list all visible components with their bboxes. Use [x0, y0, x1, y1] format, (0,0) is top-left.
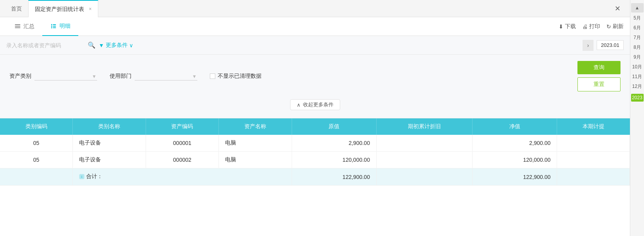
reset-button[interactable]: 重置 [577, 77, 621, 91]
filter-icon: ▼ [99, 42, 104, 48]
cell-category-name: 电子设备 [73, 135, 146, 152]
sidebar-month-item[interactable]: 8月 [631, 43, 644, 52]
svg-point-5 [51, 25, 52, 27]
th-current-period: 本期计提 [557, 118, 630, 135]
search-bar: 🔍 ▼ 更多条件 ∨ › 2023.01 [0, 36, 630, 55]
summary-label: Σ 合计： [73, 168, 292, 186]
search-icon[interactable]: 🔍 [88, 41, 96, 49]
download-icon: ⬇ [559, 23, 563, 30]
chevron-up-icon: ∧ [297, 102, 301, 108]
data-table: 类别编码 类别名称 资产编码 资产名称 原值 期初累计折旧 净值 本期计提 05… [0, 118, 630, 186]
sidebar-month-item[interactable]: 7月 [631, 33, 644, 43]
print-label: 打印 [589, 23, 600, 30]
search-input[interactable] [6, 42, 85, 48]
download-button[interactable]: ⬇ 下载 [559, 23, 576, 30]
cell-current-period [557, 135, 630, 152]
cell-asset-code: 000002 [146, 152, 219, 168]
cell-accumulated-depreciation [376, 135, 472, 152]
chevron-down-icon: ∨ [129, 42, 133, 48]
cell-net-value: 2,900.00 [473, 135, 557, 152]
department-chevron-icon: ▾ [193, 73, 196, 79]
layers-icon [14, 23, 21, 30]
more-conditions-button[interactable]: ▼ 更多条件 ∨ [99, 42, 133, 49]
cell-original-value: 120,000.00 [292, 152, 376, 168]
list-icon [50, 23, 57, 30]
summary-accumulated [376, 168, 472, 186]
table-container: 类别编码 类别名称 资产编码 资产名称 原值 期初累计折旧 净值 本期计提 05… [0, 118, 630, 236]
tab-label: 固定资产折旧统计表 [35, 0, 84, 18]
hide-cleared-label: 不显示已清理数据 [218, 73, 262, 80]
cell-asset-code: 000001 [146, 135, 219, 152]
summary-current-period [557, 168, 630, 186]
toolbar-right: ⬇ 下载 🖨 打印 ↻ 刷新 [559, 23, 624, 30]
sub-tab-bar: 汇总 明细 ⬇ 下载 🖨 打印 [0, 17, 630, 36]
cell-original-value: 2,900.00 [292, 135, 376, 152]
asset-category-chevron-icon: ▾ [93, 73, 96, 79]
print-button[interactable]: 🖨 打印 [582, 23, 600, 30]
table-row: 05 电子设备 000001 电脑 2,900.00 2,900.00 [0, 135, 630, 152]
sidebar-month-item[interactable]: 10月 [631, 62, 644, 72]
th-accumulated-depreciation: 期初累计折旧 [376, 118, 472, 135]
svg-point-7 [51, 27, 52, 28]
cell-category-name: 电子设备 [73, 152, 146, 168]
summary-row: Σ 合计： 122,900.00 122,900.00 [0, 168, 630, 186]
collapse-label: 收起更多条件 [303, 101, 334, 108]
cell-category-code: 05 [0, 135, 73, 152]
cell-category-code: 05 [0, 152, 73, 168]
svg-rect-6 [53, 26, 56, 27]
table-header-row: 类别编码 类别名称 资产编码 资产名称 原值 期初累计折旧 净值 本期计提 [0, 118, 630, 135]
home-nav[interactable]: 首页 [6, 0, 27, 17]
more-conditions-label: 更多条件 [106, 42, 128, 49]
tab-summary[interactable]: 汇总 [6, 17, 42, 36]
sidebar-month-item[interactable]: 6月 [631, 23, 644, 33]
th-category-name: 类别名称 [73, 118, 146, 135]
filter-panel: 资产类别 ▾ 使用部门 ▾ 不显示已清理数据 查询 重置 [0, 55, 630, 118]
svg-rect-8 [53, 27, 56, 28]
tab-close-icon[interactable]: × [89, 0, 92, 18]
sidebar-year-badge: 2023 [631, 94, 644, 102]
tab-detail-label: 明细 [60, 23, 70, 30]
svg-point-3 [51, 24, 52, 25]
th-original-value: 原值 [292, 118, 376, 135]
filter-action-buttons: 查询 重置 [577, 61, 621, 91]
cell-current-period [557, 152, 630, 168]
th-net-value: 净值 [473, 118, 557, 135]
panel-expand-button[interactable]: › [583, 40, 593, 51]
tab-detail[interactable]: 明细 [42, 17, 78, 36]
query-button[interactable]: 查询 [577, 61, 621, 74]
department-select[interactable]: ▾ [135, 72, 197, 80]
refresh-button[interactable]: ↻ 刷新 [606, 23, 624, 30]
asset-category-label: 资产类别 [9, 73, 31, 80]
svg-rect-2 [15, 24, 20, 25]
hide-cleared-checkbox[interactable] [210, 73, 215, 79]
date-display: 2023.01 [597, 40, 624, 50]
department-filter: 使用部门 ▾ [110, 72, 197, 80]
collapse-conditions-button[interactable]: ∧ 收起更多条件 [290, 99, 340, 110]
summary-icon-cell [0, 168, 73, 186]
active-tab[interactable]: 固定资产折旧统计表 × [28, 0, 98, 17]
refresh-icon: ↻ [606, 23, 611, 30]
th-asset-name: 资产名称 [219, 118, 292, 135]
svg-rect-0 [15, 27, 20, 28]
asset-category-select[interactable]: ▾ [34, 72, 97, 80]
cell-asset-name: 电脑 [219, 135, 292, 152]
summary-net-value: 122,900.00 [473, 168, 557, 186]
cell-accumulated-depreciation [376, 152, 472, 168]
sidebar-month-item[interactable]: 5月 [631, 13, 644, 23]
sidebar-month-item[interactable]: 12月 [631, 82, 644, 91]
cell-asset-name: 电脑 [219, 152, 292, 168]
th-asset-code: 资产编码 [146, 118, 219, 135]
table-row: 05 电子设备 000002 电脑 120,000.00 120,000.00 [0, 152, 630, 168]
hide-cleared-checkbox-item[interactable]: 不显示已清理数据 [210, 73, 262, 80]
department-label: 使用部门 [110, 73, 132, 80]
right-sidebar: ▲ 5月6月7月8月9月10月11月12月 2023 [630, 0, 644, 236]
svg-rect-4 [53, 24, 56, 25]
refresh-label: 刷新 [613, 23, 624, 30]
tab-summary-label: 汇总 [23, 23, 34, 30]
sidebar-month-item[interactable]: 11月 [631, 72, 644, 82]
window-close-button[interactable]: ✕ [612, 4, 624, 13]
sidebar-month-item[interactable]: 9月 [631, 52, 644, 62]
print-icon: 🖨 [582, 23, 588, 30]
summary-original-value: 122,900.00 [292, 168, 376, 186]
sidebar-scroll-up[interactable]: ▲ [631, 3, 644, 13]
